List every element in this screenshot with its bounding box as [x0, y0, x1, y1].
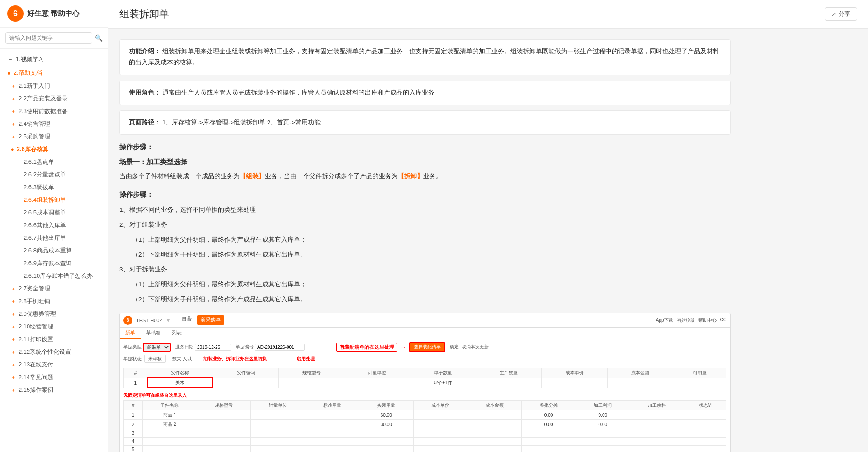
table-row: 3	[124, 429, 726, 438]
sidebar-item-online-pay[interactable]: ＋ 2.13在线支付	[11, 358, 108, 371]
sidebar-item-faq[interactable]: ＋ 2.14常见问题	[11, 371, 108, 384]
th-spec: 规格型号	[278, 368, 344, 378]
cell2-scrap	[630, 420, 684, 429]
cell2-std	[305, 410, 359, 420]
sidebar-item-print[interactable]: ＋ 2.11打印设置	[11, 333, 108, 346]
sidebar-item-inventory[interactable]: ● 2.6库存核算	[11, 143, 108, 156]
ops-label: 操作步骤：	[119, 143, 731, 152]
role-label: 使用角色：	[129, 89, 160, 96]
th-unit-qty: 单子数量	[410, 368, 476, 378]
status-value: 未审核	[144, 355, 166, 363]
search-icon[interactable]: 🔍	[95, 34, 103, 42]
plus-icon: ＋	[11, 83, 16, 90]
step-1: 1、根据不同的业务，选择不同单据的类型来处理	[119, 204, 731, 216]
sidebar-item-finance[interactable]: ＋ 2.7资金管理	[11, 282, 108, 295]
type-select[interactable]: 组装单 拆卸单	[143, 343, 171, 352]
app-title: 好生意 帮助中心	[27, 9, 80, 19]
plus-icon: ＋	[11, 324, 16, 330]
help-center[interactable]: 帮助中心	[698, 317, 717, 324]
sidebar-item-mobile[interactable]: ＋ 2.8手机旺铺	[11, 295, 108, 308]
th-parent-code: 父件编码	[213, 368, 278, 378]
type-label: 单据类型	[123, 344, 142, 350]
form-row-2: 单据状态 未审核 数大 人以 组装业务、拆卸业务在这里切换 启用处理	[123, 355, 726, 363]
assemble-step-2: （2）下部明细为子件明细，最终作为原材料生成其它出库单。	[132, 248, 731, 261]
bom-btn[interactable]: 选择装配清单	[409, 342, 445, 352]
sidebar-item-partial[interactable]: 2.6.2分量盘点单	[20, 168, 108, 181]
cell2-std	[305, 420, 359, 429]
sidebar-item-error[interactable]: 2.6.10库存账本错了怎么办	[20, 270, 108, 282]
sidebar-item-operation[interactable]: ＋ 2.10经营管理	[11, 320, 108, 333]
cell2-status	[684, 420, 726, 429]
date-input[interactable]	[195, 344, 231, 351]
type-field[interactable]: 单据类型 组装单 拆卸单	[123, 343, 171, 352]
cell2-profit: 0.00	[576, 410, 630, 420]
search-box[interactable]: 🔍	[0, 28, 108, 49]
initial-template[interactable]: 初始模版	[677, 317, 695, 324]
cell-num: 1	[124, 378, 147, 388]
sidebar-item-sales[interactable]: ＋ 2.4销售管理	[11, 118, 108, 130]
share-button[interactable]: ↗ 分享	[825, 7, 857, 21]
cell2-profit: 0.00	[576, 420, 630, 429]
app-nav-ziy[interactable]: 自营	[182, 315, 192, 325]
th2-unit: 计量单位	[251, 401, 305, 410]
sidebar-item-prepare[interactable]: ＋ 2.3使用前数据准备	[11, 105, 108, 118]
sidebar-item-install[interactable]: ＋ 2.2产品安装及登录	[11, 92, 108, 105]
app-nav-purchase[interactable]: 新采购单	[197, 315, 224, 325]
child-table: # 子件名称 规格型号 计量单位 标准用量 实际用量 成本单价 成本金额 整批分…	[123, 400, 726, 452]
confirm-btn[interactable]: 确定	[450, 344, 459, 350]
search-input[interactable]	[5, 32, 92, 44]
sidebar-item-assembly[interactable]: 2.6.4组装拆卸单	[20, 194, 108, 206]
sidebar-item-cases[interactable]: ＋ 2.15操作案例	[11, 384, 108, 396]
content-area: 功能介绍： 组装拆卸单用来处理企业组装或拆卸等加工业务，支持有固定装配清单的产品…	[108, 29, 741, 452]
intro-block: 功能介绍： 组装拆卸单用来处理企业组装或拆卸等加工业务，支持有固定装配清单的产品…	[119, 39, 731, 75]
plus-icon: ＋	[11, 387, 16, 394]
step-3: 3、对于拆装业务	[119, 263, 731, 276]
num-field[interactable]: 单据编号	[236, 344, 305, 351]
sidebar-item-personalize[interactable]: ＋ 2.12系统个性化设置	[11, 346, 108, 358]
sidebar-item-coupon[interactable]: ＋ 2.9优惠券管理	[11, 308, 108, 320]
tab-list[interactable]: 列表	[166, 328, 187, 339]
table1-container: # 父件名称 父件编码 规格型号 计量单位 单子数量 生产数量 成本单价 成本金…	[120, 366, 730, 390]
sidebar-item-purchase[interactable]: ＋ 2.5采购管理	[11, 130, 108, 143]
cell-parent-name[interactable]: 关木	[147, 378, 213, 388]
sidebar-item-cost[interactable]: 2.6.5成本调整单	[20, 206, 108, 219]
annotation-4: 无固定清单可在组装台这里录入	[123, 393, 187, 398]
intro-label: 功能介绍：	[129, 48, 160, 55]
num-input[interactable]	[255, 344, 305, 351]
plus-icon: ＋	[7, 55, 13, 63]
cell2-camount	[467, 420, 522, 429]
sidebar-item-newcomer[interactable]: ＋ 2.1新手入门	[11, 80, 108, 92]
sidebar-item-stocktake[interactable]: 2.6.1盘点单	[20, 156, 108, 168]
cell-cost-price	[542, 378, 607, 388]
th2-scrap: 加工余料	[630, 401, 684, 410]
annotation-1: 有装配清单的在这里处理	[336, 343, 397, 352]
cell2-share: 0.00	[522, 420, 576, 429]
minus-icon: ●	[11, 147, 14, 152]
sidebar-item-otheroutbound[interactable]: 2.6.7其他出库单	[20, 232, 108, 244]
sidebar-item-productcost[interactable]: 2.6.8商品成本重算	[20, 244, 108, 257]
date-field[interactable]: 业务日期	[175, 344, 231, 351]
cell2-unit	[251, 420, 305, 429]
sidebar-item-otherinbound[interactable]: 2.6.6其他入库单	[20, 219, 108, 232]
cell-unit-qty: 0/个+1件	[410, 378, 476, 388]
tab-new[interactable]: 新单	[120, 328, 141, 339]
app-download[interactable]: App下载	[656, 317, 673, 324]
cancel-text[interactable]: 取消本次更新	[462, 344, 489, 350]
inventory-children: 2.6.1盘点单 2.6.2分量盘点单 2.6.3调拨单 2.6.4组装拆卸单 …	[11, 156, 108, 282]
app-nav: 自营 新采购单	[182, 315, 224, 325]
sidebar-item-video[interactable]: ＋ 1.视频学习	[0, 52, 108, 66]
plus-icon: ＋	[11, 362, 16, 368]
sidebar-item-docs[interactable]: ● 2.帮助文档	[0, 66, 108, 80]
plus-icon: ＋	[11, 95, 16, 102]
app-logo-small: 6	[123, 316, 132, 325]
cell2-actual: 30.00	[359, 410, 413, 420]
cc-user[interactable]: CC	[720, 317, 726, 324]
plus-icon: ＋	[11, 311, 16, 318]
intro-text: 组装拆卸单用来处理企业组装或拆卸等加工业务，支持有固定装配清单的产品加工业务，也…	[129, 48, 719, 66]
table2-container: # 子件名称 规格型号 计量单位 标准用量 实际用量 成本单价 成本金额 整批分…	[120, 399, 730, 452]
sidebar-item-ledger[interactable]: 2.6.9库存账本查询	[20, 257, 108, 270]
cell-spec	[278, 378, 344, 388]
sidebar-item-adjust[interactable]: 2.6.3调拨单	[20, 181, 108, 194]
cell2-camount	[467, 410, 522, 420]
tab-draft[interactable]: 草稿箱	[141, 328, 166, 339]
